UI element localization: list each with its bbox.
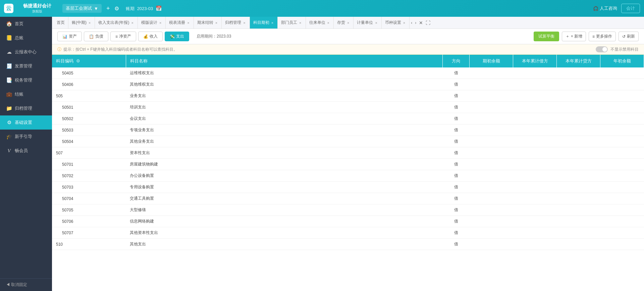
- col-header-dir: 方向: [443, 55, 470, 67]
- settings-gear-icon[interactable]: ⚙: [114, 5, 119, 12]
- cell-code-15: 510: [52, 239, 126, 250]
- add-button[interactable]: ＋ + 新增: [562, 32, 586, 41]
- sidebar-item-tax[interactable]: 📑 税务管理: [0, 73, 52, 87]
- table-row[interactable]: 50501 培训支出 借: [52, 102, 644, 113]
- tab-template-close[interactable]: ×: [159, 21, 162, 25]
- refresh-icon: ↺: [622, 34, 626, 39]
- tab-tax-report-close[interactable]: ×: [186, 21, 190, 25]
- table-row[interactable]: 507 资本性支出 借: [52, 147, 644, 159]
- table-row[interactable]: 50503 专项业务支出 借: [52, 125, 644, 136]
- tab-subject-init[interactable]: 科目期初 ×: [250, 17, 278, 29]
- more-icon: ≡: [592, 34, 595, 39]
- table-row[interactable]: 510 其他支出 借: [52, 239, 644, 250]
- table-row[interactable]: 50703 专用设备购置 借: [52, 182, 644, 193]
- tab-period-end[interactable]: 期末结转 ×: [194, 17, 222, 29]
- project-selector[interactable]: 基层工会测试 ▼: [62, 4, 102, 13]
- cell-credit-9: [557, 170, 600, 182]
- tab-home[interactable]: 首页: [53, 17, 68, 29]
- sidebar-item-close[interactable]: 💼 结账: [0, 87, 52, 101]
- tab-unit[interactable]: 计量单位 ×: [354, 17, 381, 29]
- sidebar-item-archive[interactable]: 📁 归档管理: [0, 101, 52, 115]
- tab-dept-close[interactable]: ×: [299, 21, 302, 25]
- cell-name-7: 资本性支出: [126, 147, 443, 159]
- tab-currency[interactable]: 币种设置 ×: [382, 17, 410, 29]
- cell-name-11: 交通工具购置: [126, 193, 443, 204]
- table-row[interactable]: 50406 其他维权支出 借: [52, 79, 644, 90]
- column-settings-icon[interactable]: ⚙: [76, 58, 80, 63]
- cell-debit-9: [513, 170, 557, 182]
- cell-opening-4: [470, 113, 513, 125]
- tab-inventory[interactable]: 存货 ×: [334, 17, 354, 29]
- calendar-icon[interactable]: 📅: [156, 5, 162, 11]
- tab-maximize-btn[interactable]: ⛶: [424, 20, 432, 26]
- sidebar-item-guide[interactable]: 🎓 新手引导: [0, 130, 52, 144]
- sub-tab-income[interactable]: 💰 收入: [138, 32, 163, 41]
- sidebar-item-invoice[interactable]: 🧾 发票管理: [0, 59, 52, 73]
- sidebar-item-home[interactable]: 🏠 首页: [0, 17, 52, 31]
- tip-bar: ⓘ 提示：按Ctrl + F键并输入科目编码或者科目名称可以查找科目。 不显示禁…: [52, 44, 644, 55]
- tab-mid-period-close[interactable]: ×: [88, 21, 91, 25]
- calc-balance-button[interactable]: 试算平衡: [534, 32, 559, 41]
- tab-archive[interactable]: 归档管理 ×: [222, 17, 250, 29]
- tab-dept[interactable]: 部门员工 ×: [278, 17, 306, 29]
- sidebar-item-basic-settings[interactable]: ⚙ 基础设置: [0, 115, 52, 130]
- tab-counterparty[interactable]: 往来单位 ×: [306, 17, 334, 29]
- tab-period-end-close[interactable]: ×: [215, 21, 218, 25]
- cell-debit-5: [513, 125, 557, 136]
- cell-credit-6: [557, 136, 600, 147]
- sidebar-label-tax: 税务管理: [15, 77, 32, 83]
- tab-unit-close[interactable]: ×: [374, 21, 378, 25]
- sidebar-item-ledger[interactable]: 📒 总账: [0, 31, 52, 45]
- cell-opening-13: [470, 216, 513, 227]
- account-button[interactable]: 会计: [621, 4, 640, 13]
- table-row[interactable]: 505 业务支出 借: [52, 90, 644, 102]
- refresh-button[interactable]: ↺ 刷新: [619, 32, 639, 41]
- table-row[interactable]: 50502 会议支出 借: [52, 113, 644, 125]
- tab-template[interactable]: 模版设计 ×: [138, 17, 166, 29]
- more-actions-button[interactable]: ≡ 更多操作: [589, 32, 616, 41]
- sub-tab-net-assets[interactable]: ≡ 净资产: [110, 32, 136, 41]
- tab-annual-report[interactable]: 收入支出表(年报) ×: [95, 17, 138, 29]
- sidebar-item-member[interactable]: V 畅会员: [0, 144, 52, 158]
- tab-period-end-label: 期末结转: [197, 20, 213, 26]
- tab-archive-close[interactable]: ×: [243, 21, 246, 25]
- tab-close-all-btn[interactable]: ✕: [418, 20, 424, 26]
- tab-mid-period[interactable]: 账(中期) ×: [68, 17, 95, 29]
- sidebar-label-close: 结账: [15, 91, 23, 97]
- sidebar-collapse-btn[interactable]: ◀ 取消固定: [0, 278, 52, 291]
- table-row[interactable]: 50706 信息网络购建 借: [52, 216, 644, 227]
- cell-credit-11: [557, 193, 600, 204]
- sub-tab-asset[interactable]: 📊 资产: [57, 32, 82, 41]
- table-row[interactable]: 50504 其他业务支出 借: [52, 136, 644, 147]
- tab-currency-close[interactable]: ×: [402, 21, 406, 25]
- table-row[interactable]: 50701 房屋建筑物购建 借: [52, 159, 644, 170]
- cell-debit-14: [513, 227, 557, 239]
- tab-prev-btn[interactable]: ‹: [410, 20, 414, 25]
- disable-toggle[interactable]: [596, 46, 608, 52]
- table-row[interactable]: 50705 大型修缮 借: [52, 204, 644, 216]
- sub-tab-liability[interactable]: 📋 负债: [84, 32, 108, 41]
- tab-tax-report[interactable]: 税表清册 ×: [166, 17, 194, 29]
- cell-name-1: 其他维权支出: [126, 79, 443, 90]
- sidebar-item-reports[interactable]: ☁ 云报表中心: [0, 45, 52, 59]
- table-wrapper[interactable]: 科目编码 ⚙ 科目名称 方向 期初余额 本年累计借方 本年累计贷方 年初余额 5…: [52, 55, 644, 291]
- sidebar-label-home: 首页: [15, 21, 23, 27]
- support-button[interactable]: 🎧 人工咨询: [593, 5, 617, 11]
- table-row[interactable]: 50702 办公设备购置 借: [52, 170, 644, 182]
- cell-annual-0: [600, 67, 644, 79]
- tab-currency-label: 币种设置: [385, 20, 401, 26]
- cell-name-6: 其他业务支出: [126, 136, 443, 147]
- tip-text: 提示：按Ctrl + F键并输入科目编码或者科目名称可以查找科目。: [63, 47, 177, 52]
- add-project-button[interactable]: +: [105, 5, 111, 12]
- sub-tab-expense[interactable]: 💸 支出: [165, 32, 189, 41]
- headset-icon: 🎧: [593, 6, 598, 11]
- cell-annual-11: [600, 193, 644, 204]
- tab-next-btn[interactable]: ›: [414, 20, 418, 25]
- tab-annual-report-close[interactable]: ×: [130, 21, 134, 25]
- table-row[interactable]: 50707 其他资本性支出 借: [52, 227, 644, 239]
- tab-counterparty-close[interactable]: ×: [327, 21, 330, 25]
- table-row[interactable]: 50704 交通工具购置 借: [52, 193, 644, 204]
- tab-inventory-close[interactable]: ×: [346, 21, 350, 25]
- tab-subject-init-close[interactable]: ×: [271, 21, 274, 25]
- table-row[interactable]: 50405 运维维权支出 借: [52, 67, 644, 79]
